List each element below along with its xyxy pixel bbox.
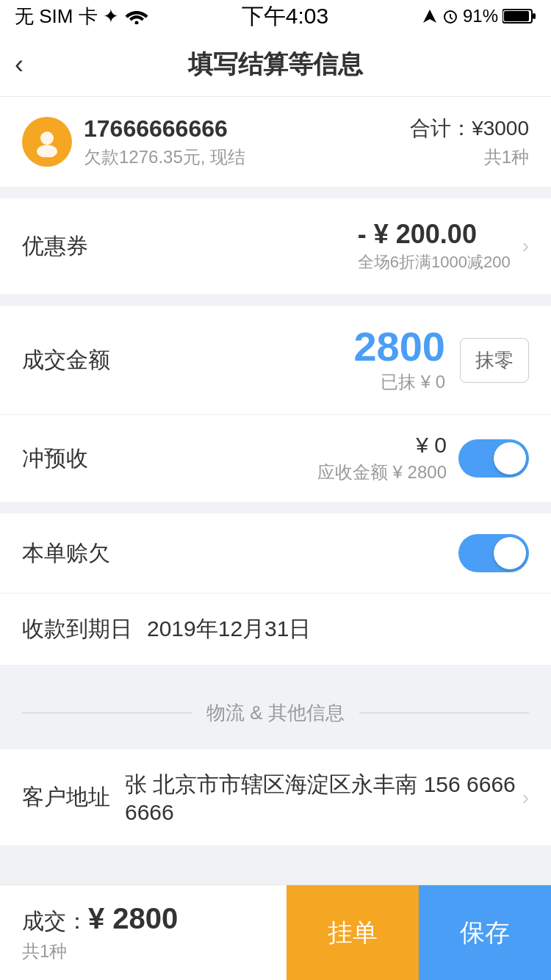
svg-point-0: [134, 21, 138, 25]
bottom-count: 共1种: [22, 940, 264, 963]
customer-info: 17666666666 欠款1276.35元, 现结: [84, 115, 245, 169]
advance-values: ¥ 0 应收金额 ¥ 2800: [317, 433, 447, 484]
deal-prefix: 成交：: [22, 909, 88, 933]
customer-left: 17666666666 欠款1276.35元, 现结: [22, 115, 245, 169]
alarm-icon: [442, 8, 458, 24]
toggle-knob-2: [494, 537, 526, 569]
deal-amount-label: 成交金额: [22, 345, 110, 375]
coupon-discount: - ¥ 200.00: [358, 219, 511, 250]
avatar: [22, 117, 72, 167]
content: 17666666666 欠款1276.35元, 现结 合计：¥3000 共1种 …: [0, 97, 551, 980]
location-icon: [422, 8, 438, 24]
coupon-right: - ¥ 200.00 全场6折满1000减200 ›: [358, 219, 529, 273]
status-right: 91%: [422, 6, 536, 26]
address-chevron-icon: ›: [522, 786, 529, 810]
deal-value-wrap: 2800 已抹 ¥ 0: [353, 326, 445, 394]
coupon-label: 优惠券: [22, 231, 88, 262]
address-value: 张 北京市市辖区海淀区永丰南 156 6666 6666: [125, 770, 518, 825]
svg-point-8: [40, 131, 54, 145]
address-label: 客户地址: [22, 782, 110, 813]
deal-value: 2800: [353, 326, 445, 367]
bottom-info: 成交：¥ 2800 共1种: [0, 902, 287, 963]
save-button[interactable]: 保存: [419, 885, 551, 981]
chevron-right-icon: ›: [522, 234, 529, 258]
status-time: 下午4:03: [242, 1, 328, 32]
svg-marker-1: [423, 10, 436, 23]
toggle-knob: [494, 442, 526, 475]
advance-value: ¥ 0: [317, 433, 447, 458]
customer-card: 17666666666 欠款1276.35元, 现结 合计：¥3000 共1种: [0, 97, 551, 187]
deal-erased: 已抹 ¥ 0: [353, 370, 445, 394]
deal-amount-row: 成交金额 2800 已抹 ¥ 0 抹零: [0, 306, 551, 414]
coupon-desc: 全场6折满1000减200: [358, 251, 511, 273]
svg-rect-6: [504, 11, 529, 21]
customer-debt: 欠款1276.35元, 现结: [84, 145, 245, 169]
divider-line-left: [22, 713, 192, 713]
pending-button[interactable]: 挂单: [287, 885, 419, 981]
logistics-divider-section: 物流 & 其他信息: [0, 677, 551, 749]
due-date-label: 收款到期日: [22, 614, 132, 644]
divider-text: 物流 & 其他信息: [206, 700, 345, 726]
advance-sub: 应收金额 ¥ 2800: [317, 461, 447, 484]
avatar-icon: [32, 126, 62, 157]
deal-amount-bottom: ¥ 2800: [88, 902, 178, 934]
divider-line-right: [359, 713, 529, 713]
address-row[interactable]: 客户地址 张 北京市市辖区海淀区永丰南 156 6666 6666 ›: [0, 749, 551, 846]
due-date-row: 收款到期日 2019年12月31日: [0, 593, 551, 665]
deal-right: 2800 已抹 ¥ 0 抹零: [353, 326, 529, 394]
customer-right: 合计：¥3000 共1种: [410, 115, 529, 169]
debt-label: 本单赊欠: [22, 538, 110, 569]
advance-row: 冲预收 ¥ 0 应收金额 ¥ 2800: [0, 414, 551, 502]
header: ‹ 填写结算等信息: [0, 32, 551, 97]
debt-row: 本单赊欠: [0, 514, 551, 593]
svg-point-9: [37, 145, 57, 157]
svg-rect-7: [533, 13, 536, 19]
customer-phone: 17666666666: [84, 115, 245, 143]
sim-label: 无 SIM 卡 ✦: [15, 4, 119, 29]
coupon-row[interactable]: 优惠券 - ¥ 200.00 全场6折满1000减200 ›: [0, 198, 551, 294]
advance-label: 冲预收: [22, 444, 88, 474]
debt-toggle[interactable]: [458, 534, 529, 572]
status-left: 无 SIM 卡 ✦: [15, 4, 148, 29]
battery-icon: [503, 8, 536, 24]
bottom-deal-label: 成交：¥ 2800: [22, 902, 264, 937]
due-date-value: 2019年12月31日: [147, 614, 311, 644]
total-count: 共1种: [410, 145, 529, 169]
advance-toggle[interactable]: [458, 439, 529, 478]
battery-label: 91%: [463, 6, 498, 26]
advance-right: ¥ 0 应收金额 ¥ 2800: [317, 433, 529, 484]
divider-content: 物流 & 其他信息: [0, 688, 551, 738]
bottom-bar: 成交：¥ 2800 共1种 挂单 保存: [0, 884, 551, 980]
total-amount: 合计：¥3000: [410, 115, 529, 143]
wifi-icon: [125, 8, 148, 24]
back-button[interactable]: ‹: [15, 49, 24, 80]
status-bar: 无 SIM 卡 ✦ 下午4:03 91%: [0, 0, 551, 32]
svg-line-4: [450, 18, 453, 19]
erase-button[interactable]: 抹零: [460, 338, 529, 383]
debt-section: 本单赊欠 收款到期日 2019年12月31日: [0, 514, 551, 665]
page-title: 填写结算等信息: [188, 48, 363, 82]
deal-section: 成交金额 2800 已抹 ¥ 0 抹零 冲预收 ¥ 0 应收金额 ¥ 2800: [0, 306, 551, 502]
